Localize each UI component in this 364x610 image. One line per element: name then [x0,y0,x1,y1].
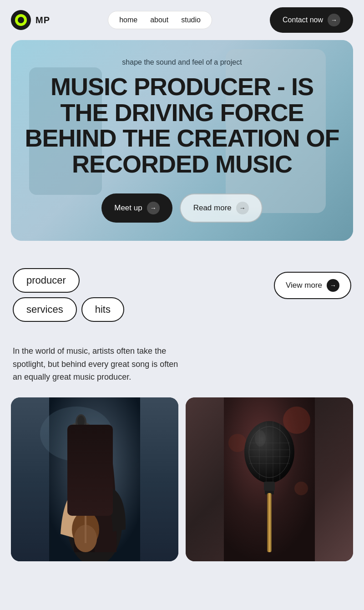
hero-section: shape the sound and feel of a project MU… [11,40,353,241]
svg-rect-25 [264,482,275,491]
singer-figure [11,397,178,561]
tags-section: producer services hits View more → [0,259,364,340]
navbar: MP home about studio Contact now → [0,0,364,40]
readmore-button[interactable]: Read more → [180,193,263,223]
view-more-button[interactable]: View more → [274,272,351,299]
brand-name: MP [35,15,50,25]
svg-rect-27 [267,493,272,552]
image-card-microphone [186,397,353,561]
tags-row-2: services hits [13,297,124,322]
nav-link-studio[interactable]: studio [181,16,201,24]
singer-illustration [11,397,178,561]
mic-illustration [186,397,353,561]
tags-group: producer services hits [13,268,124,322]
svg-point-15 [244,421,294,483]
svg-point-13 [228,434,247,452]
svg-point-14 [294,482,308,495]
hero-subtitle: shape the sound and feel of a project [25,58,339,66]
logo-area[interactable]: MP [11,10,50,30]
tag-hits[interactable]: hits [81,297,124,322]
tag-producer[interactable]: producer [13,268,80,293]
contact-button[interactable]: Contact now → [270,7,353,33]
contact-arrow-icon: → [328,14,340,26]
image-card-singer [11,397,178,561]
tags-header: producer services hits View more → [13,268,351,322]
view-more-arrow-icon: → [327,279,339,292]
image-grid [0,397,364,561]
view-more-label: View more [286,281,322,290]
readmore-button-label: Read more [193,203,232,213]
meetup-button[interactable]: Meet up → [101,193,172,223]
svg-rect-7 [85,425,86,461]
mic-figure [186,397,353,561]
nav-link-home[interactable]: home [119,16,137,24]
svg-point-28 [255,430,266,447]
nav-links: home about studio [108,11,212,29]
contact-button-label: Contact now [283,16,323,24]
svg-point-3 [79,438,111,475]
meetup-arrow-icon: → [147,202,160,214]
svg-point-10 [77,416,85,427]
hero-content: shape the sound and feel of a project MU… [25,58,339,223]
nav-link-about[interactable]: about [150,16,168,24]
description-text: In the world of music, artists often tak… [0,340,200,397]
tag-services[interactable]: services [13,297,77,322]
description-paragraph: In the world of music, artists often tak… [13,345,187,384]
svg-point-12 [283,407,310,434]
hero-title: MUSIC PRODUCER - IS THE DRIVING FORCE BE… [25,74,339,177]
svg-rect-6 [85,507,86,543]
hero-buttons: Meet up → Read more → [25,193,339,223]
tags-row-1: producer [13,268,124,293]
logo-icon [11,10,31,30]
readmore-arrow-icon: → [236,202,249,214]
meetup-button-label: Meet up [114,203,142,213]
svg-point-1 [40,407,113,461]
